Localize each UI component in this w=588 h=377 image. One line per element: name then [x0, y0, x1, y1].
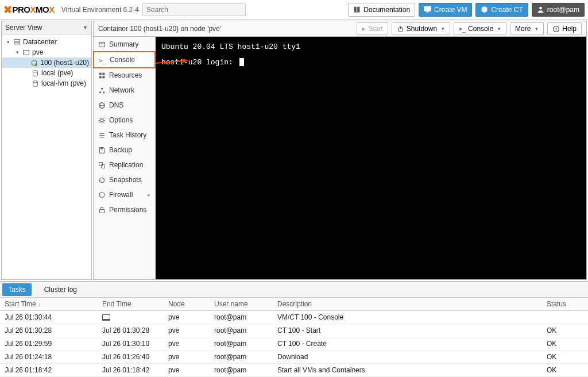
cell-status: OK — [542, 337, 588, 351]
cell-start: Jul 26 01:29:59 — [0, 337, 98, 351]
col-end[interactable]: End Time — [98, 298, 164, 311]
nav-item-label: Replication — [109, 161, 143, 169]
bottom-panel: Tasks Cluster log Start Time ↓ End Time … — [0, 281, 588, 377]
task-row[interactable]: Jul 26 01:29:59Jul 26 01:30:10pveroot@pa… — [0, 337, 588, 351]
col-desc[interactable]: Description — [273, 298, 542, 311]
more-button[interactable]: More ▼ — [510, 22, 544, 35]
sidebar: Server View ▼ ▾Datacenter▾pve100 (host1-… — [1, 21, 92, 280]
help-button[interactable]: ? Help — [547, 22, 582, 35]
user-label: root@pam — [547, 6, 579, 14]
tree-item-100-host1-u20-[interactable]: 100 (host1-u20) — [2, 57, 91, 68]
cell-status: OK — [542, 324, 588, 337]
nav-snapshots[interactable]: Snapshots — [94, 172, 155, 187]
cell-node: pve — [164, 351, 210, 364]
svg-rect-16 — [99, 72, 102, 75]
console-prompt: host1-u20 login: — [161, 57, 581, 69]
create-vm-button[interactable]: Create VM — [419, 3, 472, 17]
logo-x-icon: ✖ — [3, 3, 12, 16]
network-icon — [98, 87, 106, 94]
cell-end — [98, 311, 164, 324]
nav-permissions[interactable]: Permissions — [94, 202, 155, 217]
logo-x2: X — [30, 5, 36, 14]
content-title: Container 100 (host1-u20) on node 'pve' — [98, 25, 353, 33]
col-user[interactable]: User name — [210, 298, 273, 311]
content-titlebar: Container 100 (host1-u20) on node 'pve' … — [93, 21, 587, 37]
logo-x3: X — [49, 5, 55, 14]
cell-desc: VM/CT 100 - Console — [273, 311, 542, 324]
shield-icon — [98, 191, 106, 199]
search-input[interactable] — [142, 3, 246, 16]
main-area: Server View ▼ ▾Datacenter▾pve100 (host1-… — [0, 20, 588, 281]
cell-node: pve — [164, 311, 210, 324]
nav-dns[interactable]: DNS — [94, 98, 155, 113]
svg-rect-4 — [14, 42, 20, 44]
nav-firewall[interactable]: Firewall▸ — [94, 187, 155, 202]
cell-start: Jul 26 01:30:28 — [0, 324, 98, 337]
svg-rect-31 — [99, 162, 103, 166]
cell-node: pve — [164, 324, 210, 337]
cell-start: Jul 26 01:18:42 — [0, 364, 98, 377]
cell-user: root@pam — [210, 311, 273, 324]
tree-item-label: local-lvm (pve) — [41, 79, 86, 87]
svg-point-2 — [539, 7, 542, 10]
replication-icon — [98, 161, 106, 169]
create-ct-button[interactable]: Create CT — [475, 3, 528, 17]
tab-tasks[interactable]: Tasks — [2, 283, 32, 296]
cell-user: root@pam — [210, 324, 273, 337]
console-viewport[interactable]: Ubuntu 20.04 LTS host1-u20 tty1 host1-u2… — [156, 37, 586, 279]
tree-item-pve[interactable]: ▾pve — [2, 47, 91, 57]
nav-backup[interactable]: Backup — [94, 143, 155, 157]
list-icon — [98, 132, 106, 139]
tree-twisty: ▾ — [5, 39, 11, 45]
console-button[interactable]: >_ Console ▼ — [454, 22, 506, 35]
tree-item-datacenter[interactable]: ▾Datacenter — [2, 37, 91, 47]
nav-item-label: Firewall — [109, 191, 133, 199]
task-row[interactable]: Jul 26 01:30:44pveroot@pamVM/CT 100 - Co… — [0, 311, 588, 324]
running-icon — [102, 314, 110, 321]
sidebar-view-selector[interactable]: Server View ▼ — [2, 21, 91, 34]
col-start[interactable]: Start Time ↓ — [0, 298, 98, 311]
tree-item-local-lvm-pve-[interactable]: local-lvm (pve) — [2, 78, 91, 89]
logo: ✖ PRO X MO X — [3, 3, 55, 16]
cell-end: Jul 26 01:30:10 — [98, 337, 164, 351]
chevron-right-icon: ▸ — [148, 192, 150, 198]
start-button[interactable]: ▶ Start — [357, 22, 388, 35]
nav-summary[interactable]: Summary — [94, 37, 155, 52]
svg-rect-11 — [400, 26, 401, 29]
task-row[interactable]: Jul 26 01:18:42Jul 26 01:18:42pveroot@pa… — [0, 364, 588, 377]
sort-down-icon: ↓ — [38, 302, 40, 307]
cell-desc: Download — [273, 351, 542, 364]
tab-cluster-log[interactable]: Cluster log — [38, 283, 83, 296]
cell-start: Jul 26 01:30:44 — [0, 311, 98, 324]
save-icon — [98, 147, 106, 154]
task-row[interactable]: Jul 26 01:24:18Jul 26 01:26:40pveroot@pa… — [0, 351, 588, 364]
book-icon — [353, 6, 361, 13]
svg-rect-17 — [102, 72, 105, 75]
nav-item-label: Task History — [109, 131, 146, 139]
summary-icon — [98, 41, 106, 48]
documentation-button[interactable]: Documentation — [348, 3, 415, 17]
nav-options[interactable]: Options — [94, 113, 155, 128]
bottom-tabs: Tasks Cluster log — [0, 282, 588, 298]
sidebar-view-label: Server View — [5, 24, 42, 32]
col-node[interactable]: Node — [164, 298, 210, 311]
help-label: Help — [562, 25, 577, 33]
cell-user: root@pam — [210, 364, 273, 377]
console-label: Console — [468, 25, 493, 33]
shutdown-button[interactable]: Shutdown ▼ — [392, 22, 450, 35]
nav-item-label: Resources — [109, 71, 142, 79]
lxc-icon — [30, 59, 38, 67]
tree-item-label: local (pve) — [41, 69, 73, 77]
nav-network[interactable]: Network — [94, 83, 155, 98]
tree-item-local-pve-[interactable]: local (pve) — [2, 68, 91, 78]
nav-task-history[interactable]: Task History — [94, 128, 155, 143]
cell-node: pve — [164, 364, 210, 377]
start-label: Start — [368, 25, 382, 33]
user-menu-button[interactable]: root@pam — [532, 3, 585, 17]
nav-console[interactable]: >_Console — [93, 51, 156, 68]
cube-icon — [481, 6, 488, 13]
nav-resources[interactable]: Resources — [94, 68, 155, 83]
nav-replication[interactable]: Replication — [94, 157, 155, 172]
col-status[interactable]: Status — [542, 298, 588, 311]
task-row[interactable]: Jul 26 01:30:28Jul 26 01:30:28pveroot@pa… — [0, 324, 588, 337]
